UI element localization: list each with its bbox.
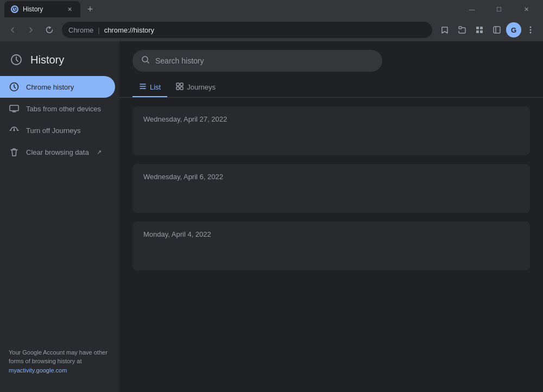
date-label-apr6: Wednesday, April 6, 2022 — [143, 173, 519, 181]
svg-rect-8 — [494, 27, 500, 33]
trash-icon — [9, 147, 20, 157]
sidebar-title: History — [30, 54, 64, 66]
journeys-tab-icon — [176, 83, 184, 92]
svg-rect-22 — [180, 83, 183, 86]
svg-line-2 — [15, 9, 16, 10]
tab-journeys[interactable]: Journeys — [169, 78, 222, 97]
svg-rect-6 — [476, 30, 479, 33]
tabs-row: List Journeys — [119, 76, 543, 98]
tab-list[interactable]: List — [132, 78, 167, 97]
sidebar-item-tabs-other-devices[interactable]: Tabs from other devices — [0, 98, 115, 119]
back-button[interactable] — [4, 22, 21, 38]
date-label-apr4: Monday, April 4, 2022 — [143, 230, 519, 238]
search-input[interactable] — [155, 56, 374, 65]
browser-tab[interactable]: History ✕ — [4, 1, 80, 17]
tab-favicon — [11, 5, 18, 13]
svg-rect-4 — [476, 27, 479, 29]
bookmark-button[interactable] — [437, 22, 453, 38]
omnibox[interactable]: Chrome | chrome://history — [62, 22, 432, 38]
svg-point-12 — [530, 32, 532, 34]
search-icon — [141, 55, 150, 66]
devices-icon — [9, 103, 20, 114]
svg-rect-3 — [459, 27, 462, 29]
svg-rect-24 — [180, 87, 183, 90]
refresh-button[interactable] — [41, 22, 58, 38]
profile-button[interactable]: G — [506, 22, 521, 37]
search-bar — [119, 41, 543, 76]
tabs-other-devices-label: Tabs from other devices — [26, 105, 101, 113]
external-link-icon: ↗ — [97, 149, 102, 156]
svg-point-10 — [530, 27, 532, 28]
journeys-tab-label: Journeys — [187, 83, 216, 91]
close-button[interactable]: ✕ — [514, 1, 539, 17]
share-button[interactable] — [454, 22, 470, 38]
date-section-apr27: Wednesday, April 27, 2022 — [132, 106, 530, 155]
window-controls: — ☐ ✕ — [459, 1, 539, 17]
sidebar: History Chrome history Tabs from other d… — [0, 41, 119, 392]
maximize-button[interactable]: ☐ — [487, 1, 512, 17]
svg-rect-15 — [10, 105, 18, 111]
extension-puzzle-button[interactable] — [471, 22, 488, 38]
svg-rect-5 — [480, 27, 483, 29]
svg-rect-23 — [176, 87, 179, 90]
svg-point-11 — [530, 29, 532, 31]
chrome-history-label: Chrome history — [26, 83, 74, 91]
sidebar-item-chrome-history[interactable]: Chrome history — [0, 76, 115, 98]
tab-title: History — [23, 5, 43, 13]
omnibox-site-label: Chrome — [68, 26, 93, 34]
sidebar-toggle-button[interactable] — [489, 22, 505, 38]
date-section-apr4: Monday, April 4, 2022 — [132, 222, 530, 270]
list-tab-label: List — [150, 83, 161, 91]
sidebar-item-clear-browsing-data[interactable]: Clear browsing data ↗ — [0, 141, 115, 163]
history-page-icon — [9, 52, 24, 67]
forward-button[interactable] — [23, 22, 39, 38]
myactivity-link[interactable]: myactivity.google.com — [9, 367, 67, 374]
clock-icon — [9, 81, 20, 92]
list-tab-icon — [139, 83, 147, 92]
turn-off-journeys-label: Turn off Journeys — [26, 127, 80, 135]
journeys-icon — [9, 125, 20, 136]
minimize-button[interactable]: — — [459, 1, 484, 17]
clear-browsing-data-label: Clear browsing data — [26, 148, 89, 156]
sidebar-item-turn-off-journeys[interactable]: Turn off Journeys — [0, 119, 115, 141]
menu-button[interactable] — [522, 22, 539, 38]
tab-close-button[interactable]: ✕ — [65, 5, 74, 14]
search-input-wrapper[interactable] — [132, 50, 382, 72]
svg-rect-21 — [176, 83, 179, 86]
toolbar-actions: G — [437, 22, 539, 38]
date-section-apr6: Wednesday, April 6, 2022 — [132, 164, 530, 213]
sidebar-footer: Your Google Account may have other forms… — [0, 339, 119, 384]
svg-point-16 — [14, 130, 15, 131]
title-bar: History ✕ + — ☐ ✕ — [0, 0, 543, 18]
address-bar: Chrome | chrome://history — [0, 18, 543, 41]
new-tab-button[interactable]: + — [83, 2, 98, 17]
svg-rect-7 — [480, 30, 483, 33]
date-label-apr27: Wednesday, April 27, 2022 — [143, 115, 519, 123]
omnibox-url: chrome://history — [104, 26, 154, 34]
sidebar-header: History — [0, 50, 119, 76]
footer-text: Your Google Account may have other forms… — [9, 349, 108, 365]
main-layout: History Chrome history Tabs from other d… — [0, 41, 543, 392]
content-area: List Journeys Wednesday, April 27, 2022 — [119, 41, 543, 392]
